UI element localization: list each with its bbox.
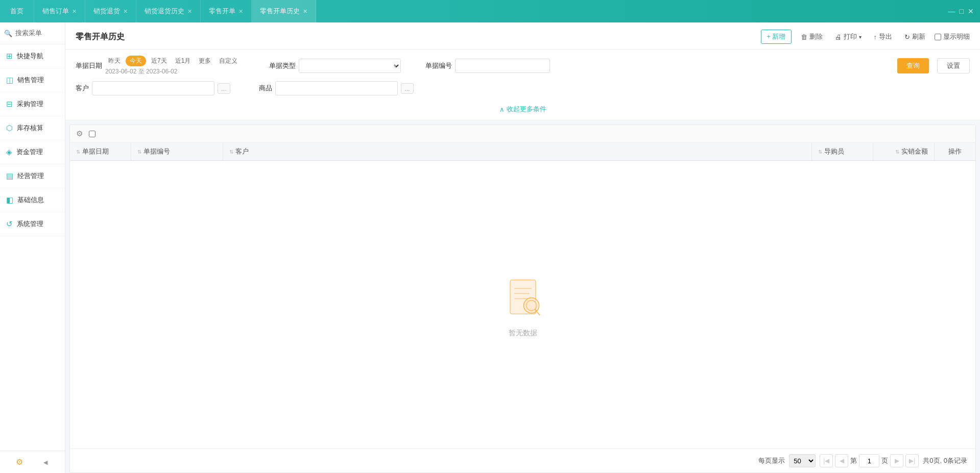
date-btn-last7[interactable]: 近7天 [148,56,170,66]
sort-icon-guide: ⇅ [818,149,822,155]
print-button[interactable]: 🖨 打印 ▾ [832,30,865,43]
sidebar-item-sales-mgmt[interactable]: ◫ 销售管理 [0,68,65,92]
pagination: 每页显示 20 50 100 |◀ ◀ 第 页 ▶ ▶| 共0页, 0条记录 [70,449,975,472]
table-header: ⇅ 单据日期 ⇅ 单据编号 ⇅ 客户 ⇅ 导购员 ⇅ 实销金额 [70,143,975,161]
sort-icon-amount: ⇅ [895,149,899,155]
export-button[interactable]: ↑ 导出 [871,30,896,43]
tab-close-sales-order[interactable]: ✕ [72,8,77,15]
print-icon: 🖨 [835,33,842,41]
add-button[interactable]: + 新增 [761,30,791,44]
page-last-btn[interactable]: ▶| [905,454,919,467]
show-detail-toggle[interactable]: 显示明细 [935,32,970,41]
th-order-no[interactable]: ⇅ 单据编号 [131,143,223,160]
settings-button[interactable]: 设置 [937,58,970,73]
th-action: 操作 [935,143,975,160]
sidebar-item-quick-nav[interactable]: ⊞ 快捷导航 [0,44,65,68]
tab-sales-return[interactable]: 销货退货 ✕ [85,0,136,22]
tab-bar-controls: — □ ✕ [948,7,980,15]
show-detail-checkbox[interactable] [935,34,941,40]
date-btn-custom[interactable]: 自定义 [216,56,241,66]
empty-illustration [497,271,548,322]
page-header: 零售开单历史 + 新增 🗑 删除 🖨 打印 ▾ ↑ 导出 [65,22,980,49]
tab-close-sales-return-history[interactable]: ✕ [187,8,192,15]
tab-close-retail-open-history[interactable]: ✕ [303,8,307,15]
main-layout: 🔍 搜索采单 ⊞ 快捷导航 ◫ 销售管理 ⊟ 采购管理 ⬡ 库存核算 ◈ 资金管… [0,22,980,473]
th-date[interactable]: ⇅ 单据日期 [70,143,131,160]
filter-area: 单据日期 昨天 今天 近7天 近1月 更多 自定义 2023-06-02 至 2… [65,49,980,120]
tab-close-sales-return[interactable]: ✕ [123,8,128,15]
window-close-btn[interactable]: ✕ [968,7,974,15]
content-area: 零售开单历史 + 新增 🗑 删除 🖨 打印 ▾ ↑ 导出 [65,22,980,473]
collapse-icon: ∧ [499,106,505,113]
sidebar: 🔍 搜索采单 ⊞ 快捷导航 ◫ 销售管理 ⊟ 采购管理 ⬡ 库存核算 ◈ 资金管… [0,22,65,473]
operations-icon: ▤ [6,171,13,181]
date-btn-today[interactable]: 今天 [126,56,146,66]
sidebar-search[interactable]: 🔍 搜索采单 [0,22,65,44]
tab-close-retail-open[interactable]: ✕ [238,8,243,15]
filter-customer: 客户 ... [76,81,230,95]
customer-input[interactable] [92,81,214,95]
sort-icon-customer: ⇅ [229,149,233,155]
sidebar-item-inventory[interactable]: ⬡ 库存核算 [0,116,65,140]
date-btn-more[interactable]: 更多 [196,56,214,66]
th-amount[interactable]: ⇅ 实销金额 [873,143,935,160]
page-first-btn[interactable]: |◀ [820,454,833,467]
tab-retail-open-history[interactable]: 零售开单历史 ✕ [252,0,316,22]
search-icon: 🔍 [4,30,12,37]
tab-home[interactable]: 首页 [0,0,34,22]
sidebar-item-purchase-mgmt[interactable]: ⊟ 采购管理 [0,92,65,116]
window-minimize-btn[interactable]: — [948,7,955,15]
date-buttons: 昨天 今天 近7天 近1月 更多 自定义 [105,56,241,66]
page-prev-btn[interactable]: ◀ [835,454,848,467]
date-section: 昨天 今天 近7天 近1月 更多 自定义 2023-06-02 至 2023-0… [105,56,241,76]
table-toolbar: ⚙ [70,125,975,143]
filter-order-no: 单据编号 [425,59,550,73]
window-maximize-btn[interactable]: □ [960,7,964,15]
date-btn-last-month[interactable]: 近1月 [172,56,194,66]
sidebar-item-operations[interactable]: ▤ 经营管理 [0,164,65,188]
customer-browse-btn[interactable]: ... [218,83,230,94]
th-guide[interactable]: ⇅ 导购员 [812,143,873,160]
sidebar-item-base-info[interactable]: ◧ 基础信息 [0,188,65,212]
tab-sales-return-history[interactable]: 销货退货历史 ✕ [136,0,201,22]
product-input[interactable] [275,81,398,95]
query-button[interactable]: 查询 [897,58,929,73]
tab-bar: 首页 销售订单 ✕ 销货退货 ✕ 销货退货历史 ✕ 零售开单 ✕ 零售开单历史 … [0,0,980,22]
sidebar-bottom: ⚙ ◄ [0,451,65,473]
date-btn-yesterday[interactable]: 昨天 [105,56,124,66]
delete-button[interactable]: 🗑 删除 [798,30,826,43]
toolbar: + 新增 🗑 删除 🖨 打印 ▾ ↑ 导出 ↻ 刷新 [761,30,970,44]
purchase-mgmt-icon: ⊟ [6,99,13,109]
empty-state: 暂无数据 [70,161,975,449]
sort-icon-date: ⇅ [76,149,80,155]
tab-retail-open[interactable]: 零售开单 ✕ [201,0,252,22]
table-settings-btn[interactable]: ⚙ [76,129,83,138]
page-size-select[interactable]: 20 50 100 [789,454,816,467]
refresh-button[interactable]: ↻ 刷新 [901,30,928,43]
order-no-input[interactable] [455,59,550,73]
sidebar-collapse-btn[interactable]: ◄ [42,458,49,466]
sidebar-item-finance[interactable]: ◈ 资金管理 [0,140,65,164]
order-type-select[interactable] [299,59,401,73]
finance-icon: ◈ [6,147,12,157]
sidebar-item-system-mgmt[interactable]: ↺ 系统管理 [0,212,65,236]
date-range-display: 2023-06-02 至 2023-06-02 [105,67,241,76]
th-customer[interactable]: ⇅ 客户 [223,143,812,160]
filter-date: 单据日期 昨天 今天 近7天 近1月 更多 自定义 2023-06-02 至 2… [76,56,241,76]
tab-sales-order[interactable]: 销售订单 ✕ [34,0,85,22]
select-all-checkbox[interactable] [89,131,95,137]
inventory-icon: ⬡ [6,123,13,133]
export-icon: ↑ [874,33,877,41]
page-nav: |◀ ◀ 第 页 ▶ ▶| [820,454,919,467]
delete-icon: 🗑 [801,33,807,41]
sidebar-settings-btn[interactable]: ⚙ [16,457,23,467]
page-number-input[interactable] [859,454,879,467]
product-browse-btn[interactable]: ... [401,83,414,94]
sort-icon-order-no: ⇅ [137,149,141,155]
page-title: 零售开单历史 [76,32,125,42]
filter-order-type: 单据类型 ▾ [269,59,397,73]
collapse-filter-btn[interactable]: ∧ 收起更多条件 [499,105,546,114]
page-next-btn[interactable]: ▶ [890,454,903,467]
filter-row-2: 客户 ... 商品 ... [76,81,970,95]
print-dropdown-icon: ▾ [859,34,862,40]
